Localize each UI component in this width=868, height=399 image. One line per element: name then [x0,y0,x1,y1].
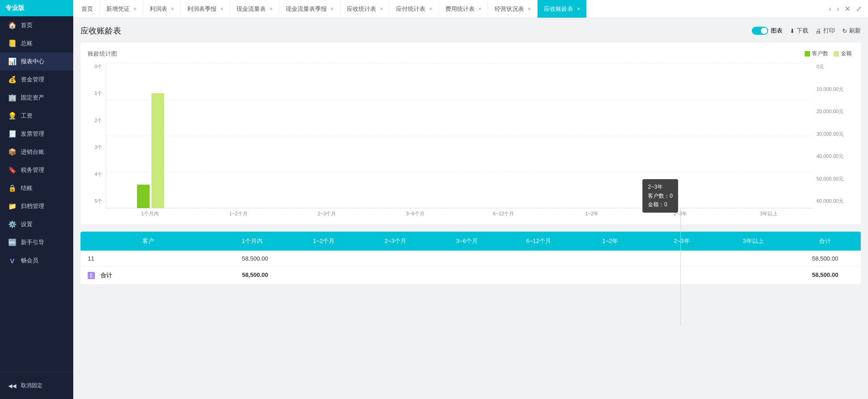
tab-close-icon[interactable]: × [429,6,432,12]
customer-bar [137,185,150,208]
chart-area-inner: 2~3年客户数：0金额：0 1个月内1~2个月2~3个月3~6个月6~12个月1… [106,63,813,217]
tab-prev-icon[interactable]: ‹ [827,4,833,14]
tab-expense-stats[interactable]: 费用统计表 × [439,0,488,18]
salary-icon: 👷 [8,112,16,120]
tab-home[interactable]: 首页 [75,0,100,18]
tab-close-icon[interactable]: × [133,6,137,12]
tab-ar-stats[interactable]: 应收统计表 × [340,0,390,18]
chart-toggle-wrap: 图表 [752,27,783,35]
table-total-cell [362,267,434,284]
sidebar-item-label: 资金管理 [21,76,44,84]
table-header-cell: 1~2个月 [288,232,359,251]
sidebar-item-closing[interactable]: 🔒 结账 [0,179,73,197]
tab-close-all-icon[interactable]: ✕ [843,4,852,14]
tab-business-stats[interactable]: 经营状况表 × [488,0,538,18]
legend-customer-label: 客户数 [812,50,828,57]
download-button[interactable]: ⬇ 下载 [790,27,808,35]
tab-navigation: ‹ › ✕ ⤢ [824,4,866,14]
sidebar-item-label: 固定资产 [21,94,44,102]
table-cell: 11 [80,251,219,266]
chart-tooltip: 2~3年客户数：0金额：0 [642,179,678,213]
ledger-icon: 📒 [8,39,16,48]
sidebar-item-settings[interactable]: ⚙️ 设置 [0,215,73,233]
tax-icon: 🔖 [8,166,16,174]
sidebar-item-reports[interactable]: 📊 报表中心 [0,52,73,71]
x-label: 2~3个月 [283,210,371,217]
refresh-label: 刷新 [849,27,861,35]
refresh-button[interactable]: ↻ 刷新 [842,27,861,35]
total-icon: Σ [88,272,95,279]
x-label: 6~12个月 [459,210,548,217]
archive-icon: 📁 [8,202,16,210]
x-label: 1个月内 [106,210,194,217]
x-label: 3~6个月 [371,210,460,217]
sidebar-item-label: 发票管理 [21,130,44,138]
table-total-cell [576,267,647,284]
tab-voucher[interactable]: 新增凭证 × [100,0,143,18]
sidebar-item-invoice[interactable]: 🧾 发票管理 [0,125,73,143]
sidebar-item-label: 设置 [21,220,33,228]
tab-next-icon[interactable]: › [835,4,841,14]
tab-close-icon[interactable]: × [528,6,531,12]
tab-close-icon[interactable]: × [330,6,334,12]
bar-group[interactable] [106,93,194,208]
sales-icon: 📦 [8,148,16,156]
table-cell [291,251,362,266]
refresh-icon: ↻ [842,28,847,34]
pin-icon: ◀◀ [8,383,16,389]
tab-cashflow[interactable]: 现金流量表 × [230,0,279,18]
table-total-cell [718,267,790,284]
pin-label: 取消固定 [21,382,42,390]
tab-profit[interactable]: 利润表 × [143,0,181,18]
guide-icon: 🆕 [8,238,16,247]
main-area: 首页 新增凭证 × 利润表 × 利润表季报 × 现金流量表 × 现金流量表季报 … [73,0,868,399]
tab-close-icon[interactable]: × [478,6,481,12]
sidebar-item-member[interactable]: V 畅会员 [0,252,73,270]
tab-close-icon[interactable]: × [380,6,383,12]
y-axis-left: 5个 4个 3个 2个 1个 0个 [88,63,106,217]
chart-bars: 2~3年客户数：0金额：0 [106,63,813,209]
sidebar-item-tax[interactable]: 🔖 税务管理 [0,161,73,179]
print-button[interactable]: 🖨 打印 [816,27,835,35]
x-label: 1~2个月 [194,210,283,217]
chart-toggle[interactable] [752,27,768,35]
sidebar-item-label: 畅会员 [21,256,38,265]
home-icon: 🏠 [8,21,16,29]
total-label: 合计 [100,271,112,280]
content-area: 应收账龄表 图表 ⬇ 下载 🖨 打印 ↻ 刷新 [73,18,868,399]
tab-profit-quarterly[interactable]: 利润表季报 × [181,0,230,18]
sidebar-item-assets[interactable]: 🏢 固定资产 [0,89,73,107]
page-title: 应收账龄表 [80,25,121,36]
sidebar-item-home[interactable]: 🏠 首页 [0,16,73,34]
table-total-cell [505,267,576,284]
amount-bar [151,93,164,208]
tab-close-icon[interactable]: × [171,6,174,12]
table-cell [433,251,505,266]
tab-ap-stats[interactable]: 应付统计表 × [390,0,439,18]
tab-close-icon[interactable]: × [220,6,223,12]
assets-icon: 🏢 [8,94,16,102]
app-logo: 专业版 [0,0,73,16]
sidebar-item-archive[interactable]: 📁 归档管理 [0,197,73,215]
sidebar-item-label: 工资 [21,112,33,120]
legend-customer-dot [805,51,810,57]
tab-close-icon[interactable]: × [577,6,580,12]
table-total-cell [291,267,362,284]
sidebar-item-ledger[interactable]: 📒 总账 [0,34,73,52]
member-icon: V [8,257,16,265]
tab-cashflow-quarterly[interactable]: 现金流量表季报 × [279,0,340,18]
sidebar-item-guide[interactable]: 🆕 新手引导 [0,233,73,252]
sidebar-pin-toggle[interactable]: ◀◀ 取消固定 [0,377,73,394]
sidebar-item-funds[interactable]: 💰 资金管理 [0,71,73,89]
tab-close-icon[interactable]: × [269,6,273,12]
table-header-cell: 1个月内 [217,232,288,251]
tab-expand-icon[interactable]: ⤢ [854,4,863,14]
sidebar-item-sales[interactable]: 📦 进销台账 [0,143,73,161]
tab-ar-aging[interactable]: 应收账龄表 × [538,0,587,18]
tab-label: 应付统计表 [396,5,425,13]
table-total-row: Σ合计58,500.0058,500.00 [80,267,861,284]
table-header: 客户1个月内1~2个月2~3个月3~6个月6~12个月1~2年2~3年3年以上合… [80,232,861,251]
sidebar-item-salary[interactable]: 👷 工资 [0,107,73,125]
page-actions: 图表 ⬇ 下载 🖨 打印 ↻ 刷新 [752,27,861,35]
settings-icon: ⚙️ [8,220,16,228]
